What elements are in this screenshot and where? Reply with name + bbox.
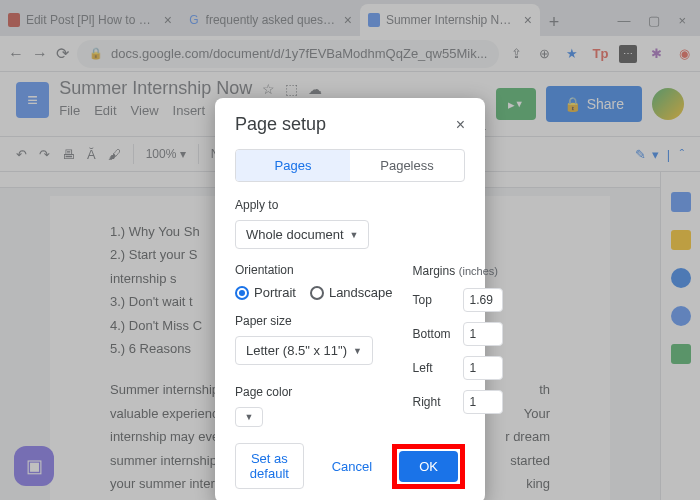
margin-left-input[interactable] [463, 356, 503, 380]
radio-landscape[interactable]: Landscape [310, 285, 393, 300]
chevron-down-icon: ▼ [353, 346, 362, 356]
orientation-label: Orientation [235, 263, 393, 277]
page-setup-dialog: Page setup × Pages Pageless Apply to Who… [215, 98, 485, 500]
radio-label: Landscape [329, 285, 393, 300]
paper-size-select[interactable]: Letter (8.5" x 11")▼ [235, 336, 373, 365]
page-color-select[interactable]: ▼ [235, 407, 263, 427]
cancel-button[interactable]: Cancel [320, 452, 384, 481]
chevron-down-icon: ▼ [350, 230, 359, 240]
radio-label: Portrait [254, 285, 296, 300]
tab-pages[interactable]: Pages [236, 150, 350, 181]
margins-unit: (inches) [459, 265, 498, 277]
apply-to-select[interactable]: Whole document▼ [235, 220, 369, 249]
margin-right-label: Right [413, 395, 455, 409]
set-default-button[interactable]: Set as default [235, 443, 304, 489]
dialog-title: Page setup [235, 114, 326, 135]
radio-icon [235, 286, 249, 300]
margin-top-label: Top [413, 293, 455, 307]
margin-left-label: Left [413, 361, 455, 375]
apply-to-label: Apply to [235, 198, 465, 212]
select-value: Letter (8.5" x 11") [246, 343, 347, 358]
ok-button[interactable]: OK [399, 451, 458, 482]
tab-switcher: Pages Pageless [235, 149, 465, 182]
tab-pageless[interactable]: Pageless [350, 150, 464, 181]
radio-portrait[interactable]: Portrait [235, 285, 296, 300]
margin-bottom-label: Bottom [413, 327, 455, 341]
select-value: Whole document [246, 227, 344, 242]
margins-label: Margins [413, 264, 456, 278]
close-icon[interactable]: × [456, 116, 465, 134]
margin-right-input[interactable] [463, 390, 503, 414]
margin-top-input[interactable] [463, 288, 503, 312]
chevron-down-icon: ▼ [245, 412, 254, 422]
radio-icon [310, 286, 324, 300]
margin-bottom-input[interactable] [463, 322, 503, 346]
page-color-label: Page color [235, 385, 393, 399]
highlight-annotation: OK [392, 444, 465, 489]
paper-size-label: Paper size [235, 314, 393, 328]
